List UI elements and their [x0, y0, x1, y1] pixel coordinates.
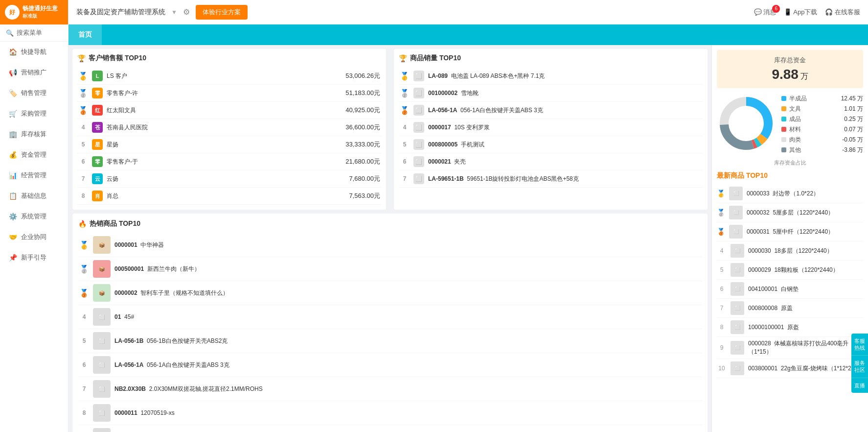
- new-product-name: 0000029 18颗粒板（1220*2440）: [748, 266, 863, 274]
- legend-item: 半成品 12.45 万: [781, 95, 863, 103]
- sidebar-item-sales[interactable]: 🏷️ 销售管理: [0, 83, 68, 103]
- customer-name: 肖总: [107, 192, 345, 200]
- search-menu[interactable]: 🔍 搜索菜单: [0, 24, 68, 42]
- finance-icon: 💰: [8, 151, 17, 159]
- app-download-btn[interactable]: 📱 App下载: [784, 8, 817, 17]
- legend-value: -0.05 万: [842, 136, 863, 144]
- legend-label: 材料: [789, 125, 841, 134]
- sidebar-item-marketing[interactable]: 📢 营销推广: [0, 62, 68, 83]
- product-badge: ⬜: [413, 173, 424, 184]
- marketing-icon: 📢: [8, 69, 17, 76]
- rank-number: 7: [79, 385, 89, 392]
- hot-product-code-name: LA-056-1A 056-1A白色按键开关盖ABS 3克: [114, 361, 701, 369]
- hot-product-code-name: LA-056-1B 056-1B白色按键开关壳ABS2克: [114, 337, 701, 345]
- rank-number: 6: [79, 361, 89, 368]
- legend-color: [781, 96, 786, 101]
- inventory-icon: 🏢: [8, 130, 17, 138]
- product-thumbnail: ⬜: [93, 428, 111, 432]
- customer-value: 40,925.00元: [345, 106, 380, 115]
- new-product-name: 0000028 体械嘉核味苏打饮品400毫升（1*15）: [748, 339, 863, 356]
- rank-number: 6: [400, 158, 410, 165]
- messages-btn[interactable]: 💬 6 消息: [754, 8, 777, 17]
- headset-icon: 🎧: [825, 8, 833, 16]
- dropdown-arrow-icon[interactable]: ▼: [171, 9, 177, 16]
- rank-number: 5: [78, 141, 88, 148]
- new-product-item: 6 ⬜ 004100001 白钢垫: [717, 280, 863, 299]
- customer-name: 零售客户-于: [107, 158, 342, 166]
- guide-icon: 📌: [8, 254, 17, 262]
- legend-item: 材料 0.07 万: [781, 125, 863, 134]
- system-title: 装备及固定资产辅助管理系统: [76, 8, 165, 17]
- sidebar-item-basic[interactable]: 📋 基础信息: [0, 186, 68, 206]
- sales-icon: 🏷️: [8, 89, 17, 97]
- sidebar-item-quick-nav[interactable]: 🏠 快捷导航: [0, 42, 68, 62]
- sidebar-item-finance[interactable]: 💰 资金管理: [0, 144, 68, 165]
- product-badge: ⬜: [413, 88, 424, 98]
- medal-icon: 🥇: [78, 72, 88, 81]
- medal-icon: 🥈: [79, 264, 89, 274]
- legend-item: 文具 1.01 万: [781, 105, 863, 113]
- product-top10-title: 🏆 商品销量 TOP10: [399, 54, 703, 63]
- sidebar-item-guide[interactable]: 📌 新手引导: [0, 247, 68, 268]
- rank-number: 7: [400, 175, 410, 182]
- product-code-name: LA-056-1A 056-1A白色按键开关盖ABS 3克: [428, 106, 702, 115]
- new-product-thumbnail: ⬜: [729, 225, 743, 239]
- new-product-item: 5 ⬜ 0000029 18颗粒板（1220*2440）: [717, 261, 863, 280]
- inventory-total-card: 库存总资金 9.88 万: [717, 50, 863, 88]
- rank-number: 8: [717, 324, 727, 331]
- customer-rank-item: 4 苍 苍南县人民医院 36,600.00元: [77, 119, 381, 136]
- product-rank-item: 🥉 ⬜ LA-056-1A 056-1A白色按键开关盖ABS 3克: [399, 102, 703, 119]
- service-community-btn[interactable]: 服务社区: [851, 356, 868, 378]
- product-code-name: LA-089 电池盖 LA-089 ABS本色+黑种 7.1克: [428, 72, 702, 80]
- new-product-name: 003800001 22g鱼豆腐-烧烤味（1*12*20）: [748, 364, 863, 373]
- legend-label: 其他: [789, 146, 839, 154]
- hot-product-item: 5 ⬜ LA-056-1B 056-1B白色按键开关壳ABS2克: [78, 329, 702, 353]
- settings-icon[interactable]: ⚙: [183, 7, 190, 17]
- new-product-item: 9 ⬜ 0000028 体械嘉核味苏打饮品400毫升（1*15）: [717, 337, 863, 359]
- customer-value: 7,680.00元: [349, 174, 380, 183]
- rank-number: 5: [717, 266, 727, 273]
- logo-icon: 好: [5, 5, 20, 20]
- product-rank-item: 7 ⬜ LA-59651-1B 59651-1B旋转投影灯电池盒ABS黑色+58…: [399, 170, 703, 188]
- sidebar-item-label: 采购管理: [21, 109, 46, 118]
- legend-label: 成品: [789, 115, 841, 123]
- direct-btn[interactable]: 直播: [851, 378, 868, 393]
- new-products-list: 🥇 ⬜ 0000033 封边带（1.0*22） 🥈 ⬜ 0000032 5厘多层…: [717, 184, 863, 378]
- online-service-label: 在线客服: [835, 8, 860, 16]
- product-thumbnail: ⬜: [93, 356, 111, 374]
- topbar-right: 💬 6 消息 📱 App下载 🎧 在线客服: [754, 8, 860, 17]
- rank-number: 7: [78, 175, 88, 182]
- donut-chart: [717, 94, 776, 154]
- customer-top10-section: 🏆 客户销售额 TOP10 🥇 L LS 客户 53,006.26元 🥈 零 零…: [72, 49, 386, 210]
- sidebar-item-purchase[interactable]: 🛒 采购管理: [0, 103, 68, 124]
- customer-top10-title: 🏆 客户销售额 TOP10: [77, 54, 381, 63]
- legend-item: 其他 -3.86 万: [781, 146, 863, 154]
- legend-label: 文具: [789, 105, 841, 113]
- new-product-name: 004100001 白钢垫: [748, 285, 863, 293]
- new-product-name: 0000032 5厘多层（1220*2440）: [747, 209, 863, 217]
- customer-badge: 星: [92, 139, 103, 150]
- new-product-thumbnail: ⬜: [731, 341, 744, 355]
- sidebar-item-system[interactable]: ⚙️ 系统管理: [0, 206, 68, 227]
- rank-number: 4: [79, 313, 89, 320]
- cs-hotline-btn[interactable]: 客服热线: [851, 334, 868, 356]
- sidebar-item-inventory[interactable]: 🏢 库存核算: [0, 124, 68, 144]
- new-product-thumbnail: ⬜: [731, 320, 744, 334]
- sidebar-item-label: 快捷导航: [21, 48, 46, 56]
- sidebar-item-label: 系统管理: [21, 212, 46, 221]
- customer-rank-item: 8 肖 肖总 7,563.00元: [77, 188, 381, 205]
- sidebar-item-enterprise[interactable]: 🤝 企业协同: [0, 227, 68, 247]
- customer-name: 苍南县人民医院: [107, 123, 342, 132]
- sidebar-item-operation[interactable]: 📊 经营管理: [0, 165, 68, 186]
- sidebar: 好 畅捷通好生意 标准版 🔍 搜索菜单 🏠 快捷导航 📢 营销推广 🏷️ 销售管…: [0, 0, 69, 432]
- hot-product-code-name: 0000002 智利车子里（规格不知道填什么）: [114, 289, 701, 297]
- purchase-icon: 🛒: [8, 110, 17, 118]
- tab-home[interactable]: 首页: [69, 24, 102, 45]
- hot-products-title: 🔥 热销商品 TOP10: [78, 219, 702, 228]
- customer-rank-item: 🥉 红 红太阳文具 40,925.00元: [77, 102, 381, 119]
- rank-number: 8: [79, 409, 89, 416]
- try-btn[interactable]: 体验行业方案: [196, 5, 248, 20]
- system-icon: ⚙️: [8, 213, 17, 220]
- new-product-thumbnail: ⬜: [731, 244, 744, 258]
- online-service-btn[interactable]: 🎧 在线客服: [825, 8, 860, 17]
